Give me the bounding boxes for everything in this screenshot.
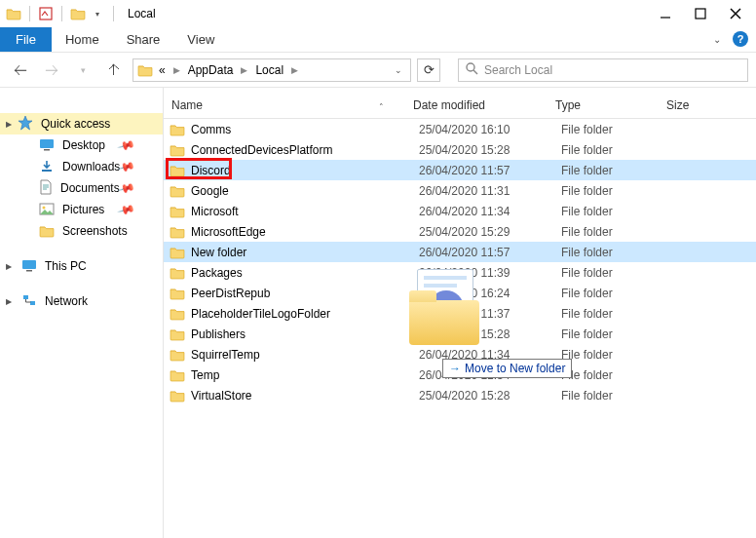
sidebar-item-label: Screenshots bbox=[62, 224, 128, 238]
back-button[interactable]: 🡠 bbox=[8, 58, 33, 83]
sidebar-item-documents[interactable]: Documents 📌 bbox=[0, 177, 163, 199]
content-area: Name˄ Date modified Type Size Comms25/04… bbox=[164, 88, 756, 538]
cell-name: Google bbox=[191, 184, 419, 198]
table-row[interactable]: ConnectedDevicesPlatform25/04/2020 15:28… bbox=[164, 139, 756, 160]
address-bar[interactable]: « ▶ AppData ▶ Local ▶ ⌄ bbox=[132, 58, 411, 82]
table-row[interactable]: Microsoft26/04/2020 11:34File folder bbox=[164, 201, 756, 221]
cell-date: 26/04/2020 11:39 bbox=[419, 266, 561, 280]
table-row[interactable]: New folder26/04/2020 11:57File folder bbox=[164, 242, 756, 262]
table-row[interactable]: Packages26/04/2020 11:39File folder bbox=[164, 262, 756, 283]
tooltip-label: Move to New folder bbox=[465, 362, 565, 375]
table-row[interactable]: PeerDistRepub25/04/2020 16:24File folder bbox=[164, 283, 756, 303]
folder-icon bbox=[170, 164, 185, 177]
address-dropdown-icon[interactable]: ⌄ bbox=[391, 65, 406, 75]
folder-icon bbox=[170, 327, 185, 341]
sidebar-item-label: Quick access bbox=[41, 117, 110, 131]
sidebar-network[interactable]: ▶ Network bbox=[0, 290, 163, 312]
svg-point-5 bbox=[467, 63, 474, 71]
search-box[interactable] bbox=[458, 58, 748, 82]
sidebar-this-pc[interactable]: ▶ This PC bbox=[0, 255, 163, 277]
forward-button[interactable]: 🡢 bbox=[39, 58, 64, 83]
sidebar-quick-access[interactable]: ▶ Quick access bbox=[0, 113, 163, 134]
tab-share[interactable]: Share bbox=[113, 27, 174, 52]
refresh-button[interactable]: ⟳ bbox=[417, 58, 440, 82]
svg-rect-8 bbox=[40, 139, 54, 148]
folder-icon bbox=[170, 287, 185, 300]
cell-date: 25/04/2020 15:29 bbox=[419, 225, 561, 239]
tab-view[interactable]: View bbox=[173, 27, 228, 52]
minimize-button[interactable] bbox=[659, 7, 672, 20]
table-row[interactable]: Discord26/04/2020 11:57File folder bbox=[164, 160, 756, 180]
table-row[interactable]: MicrosoftEdge25/04/2020 15:29File folder bbox=[164, 221, 756, 242]
chevron-right-icon[interactable]: ▶ bbox=[6, 297, 12, 306]
svg-marker-7 bbox=[19, 116, 32, 130]
pin-icon: 📌 bbox=[117, 135, 136, 155]
table-row[interactable]: Google26/04/2020 11:31File folder bbox=[164, 180, 756, 201]
chevron-right-icon[interactable]: ▶ bbox=[6, 120, 12, 129]
table-row[interactable]: VirtualStore25/04/2020 15:28File folder bbox=[164, 385, 756, 405]
cell-name: MicrosoftEdge bbox=[191, 225, 419, 239]
column-name[interactable]: Name˄ bbox=[164, 98, 413, 112]
column-type[interactable]: Type bbox=[555, 98, 666, 112]
open-folder-icon[interactable] bbox=[70, 6, 86, 21]
sidebar-item-label: This PC bbox=[45, 259, 87, 273]
cell-date: 26/04/2020 11:37 bbox=[419, 307, 561, 321]
cell-type: File folder bbox=[561, 307, 672, 321]
cell-type: File folder bbox=[561, 266, 672, 280]
cell-name: New folder bbox=[191, 246, 419, 259]
tab-file[interactable]: File bbox=[0, 27, 52, 52]
folder-icon bbox=[170, 266, 185, 280]
svg-rect-10 bbox=[42, 170, 52, 172]
sort-asc-icon: ˄ bbox=[379, 102, 384, 112]
sidebar-item-downloads[interactable]: Downloads 📌 bbox=[0, 156, 163, 177]
close-button[interactable] bbox=[729, 7, 742, 20]
chevron-right-icon[interactable]: ▶ bbox=[289, 65, 300, 75]
cell-name: Packages bbox=[191, 266, 419, 280]
maximize-button[interactable] bbox=[694, 7, 707, 20]
up-button[interactable]: 🡡 bbox=[101, 58, 127, 83]
sidebar-item-screenshots[interactable]: Screenshots bbox=[0, 220, 163, 242]
folder-icon bbox=[170, 205, 185, 218]
cell-name: Publishers bbox=[191, 327, 419, 341]
column-date[interactable]: Date modified bbox=[413, 98, 555, 112]
table-row[interactable]: Comms25/04/2020 16:10File folder bbox=[164, 119, 756, 139]
cell-date: 25/04/2020 16:24 bbox=[419, 287, 561, 300]
chevron-right-icon[interactable]: ▶ bbox=[239, 65, 249, 75]
table-row[interactable]: Publishers25/04/2020 15:28File folder bbox=[164, 324, 756, 344]
qat-dropdown-icon[interactable]: ▾ bbox=[90, 6, 105, 21]
search-input[interactable] bbox=[484, 63, 741, 77]
tab-home[interactable]: Home bbox=[52, 27, 113, 52]
ribbon-expand-icon[interactable]: ⌄ bbox=[705, 27, 729, 52]
sidebar-item-desktop[interactable]: Desktop 📌 bbox=[0, 134, 163, 156]
ribbon: File Home Share View ⌄ ? bbox=[0, 27, 756, 53]
folder-icon bbox=[170, 225, 185, 239]
chevron-right-icon[interactable]: ▶ bbox=[6, 262, 12, 271]
sidebar-item-pictures[interactable]: Pictures 📌 bbox=[0, 199, 163, 220]
breadcrumb-ellipsis[interactable]: « bbox=[155, 63, 170, 77]
properties-icon[interactable] bbox=[38, 6, 54, 21]
cell-name: Comms bbox=[191, 123, 419, 136]
cell-name: Discord bbox=[191, 164, 419, 177]
cell-type: File folder bbox=[561, 287, 672, 300]
svg-rect-16 bbox=[30, 301, 35, 305]
cell-name: Temp bbox=[191, 368, 419, 382]
breadcrumb-local[interactable]: Local bbox=[251, 63, 287, 77]
sidebar-item-label: Desktop bbox=[62, 138, 105, 152]
folder-icon bbox=[170, 389, 185, 403]
table-row[interactable]: PlaceholderTileLogoFolder26/04/2020 11:3… bbox=[164, 303, 756, 324]
desktop-icon bbox=[39, 137, 55, 154]
svg-rect-14 bbox=[26, 270, 32, 272]
svg-rect-15 bbox=[23, 295, 28, 299]
documents-icon bbox=[39, 179, 53, 198]
pc-icon bbox=[21, 258, 37, 275]
folder-icon bbox=[39, 224, 55, 238]
help-icon[interactable]: ? bbox=[733, 31, 748, 47]
cell-date: 25/04/2020 15:28 bbox=[419, 327, 561, 341]
sidebar: ▶ Quick access Desktop 📌 Downloads 📌 Doc… bbox=[0, 88, 164, 538]
breadcrumb-appdata[interactable]: AppData bbox=[184, 63, 238, 77]
folder-icon bbox=[137, 63, 153, 77]
chevron-right-icon[interactable]: ▶ bbox=[171, 65, 182, 75]
column-size[interactable]: Size bbox=[666, 98, 756, 112]
recent-dropdown-icon[interactable]: ▾ bbox=[70, 58, 95, 83]
cell-type: File folder bbox=[561, 205, 672, 218]
